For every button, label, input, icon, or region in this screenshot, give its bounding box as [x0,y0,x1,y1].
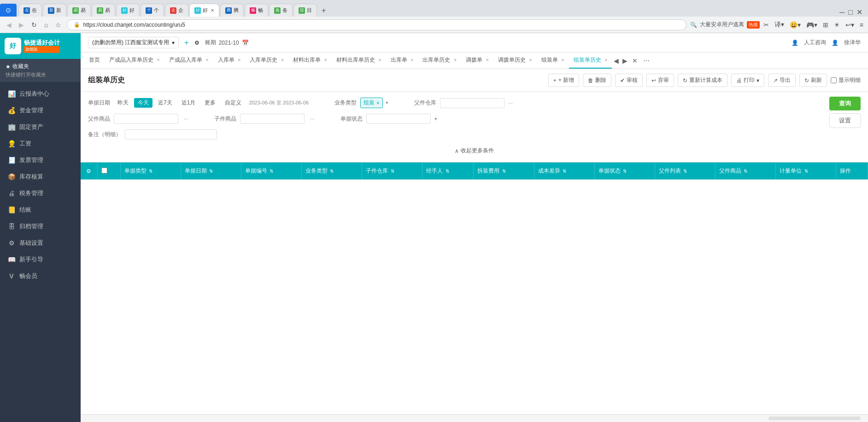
sidebar-item-assets[interactable]: 🏢 固定资产 [0,119,81,135]
sidebar-item-tax[interactable]: 🖨 税务管理 [0,185,81,202]
tab-produce-in[interactable]: 产成品入库单 × [164,52,213,69]
col-bill-no[interactable]: 单据编号 ⇅ [241,162,302,179]
tab-close-8[interactable]: ✕ [211,8,214,13]
tab-out-order[interactable]: 出库单 × [386,52,418,69]
refresh-button[interactable]: ↻ [29,20,39,29]
tab-5[interactable]: 好 好 [116,4,140,17]
home-button[interactable]: ⌂ [42,20,50,29]
col-checkbox[interactable] [97,162,120,179]
tab-close[interactable]: × [454,57,457,63]
collapse-filter-button[interactable]: ∧ 收起更多条件 [453,145,496,156]
parent-warehouse-input[interactable] [440,98,504,108]
tab-close[interactable]: × [281,57,284,63]
undo-icon[interactable]: ↩▾ [845,21,854,29]
child-product-dots[interactable]: ··· [310,116,315,122]
col-settings[interactable]: ⚙ [81,162,97,179]
company-selector[interactable]: (勿删勿禁用) 江西服宝测试专用 ▾ [88,37,179,48]
support-label[interactable]: 人工咨询 [804,39,826,46]
filter-settings-button[interactable]: 设置 [829,113,861,128]
sidebar-item-settings[interactable]: ⚙ 基础设置 [0,235,81,251]
sidebar-item-inventory[interactable]: 📦 库存核算 [0,168,81,185]
tab-close-active[interactable]: × [604,57,607,63]
tab-9[interactable]: 腾 腾 [220,4,244,17]
query-button[interactable]: 查询 [829,97,861,110]
col-disassembly-fee[interactable]: 拆装费用 ⇅ [474,162,534,179]
tab-10[interactable]: 畅 畅 [245,4,268,17]
back-button[interactable]: ◀ [5,20,13,29]
sidebar-item-checkout[interactable]: 📒 结账 [0,202,81,218]
add-company-button[interactable]: + [184,39,188,47]
parent-warehouse-more-icon[interactable]: ··· [508,100,513,106]
tab-4[interactable]: 易 易 [92,4,115,17]
tab-scroll-right[interactable]: ▶ [621,57,629,64]
more-btn[interactable]: 更多 [201,98,219,108]
print-button[interactable]: 🖨 打印 ▾ [731,74,764,87]
col-business-type[interactable]: 业务类型 ⇅ [302,162,362,179]
tab-in-history[interactable]: 入库单历史 × [245,52,288,69]
abandon-button[interactable]: ↩ 弃审 [646,74,674,87]
sidebar-item-salary[interactable]: 👷 工资 [0,135,81,152]
sidebar-item-reports[interactable]: 📊 云报表中心 [0,86,81,102]
url-box[interactable]: 🔒 https://cloud.chanjet.com/accounting/u… [67,19,686,30]
col-parent-product[interactable]: 父件商品 ⇅ [716,162,776,179]
tab-2[interactable]: 新 新 [43,4,66,17]
sidebar-item-invoice[interactable]: 🧾 发票管理 [0,152,81,168]
col-child-warehouse[interactable]: 子件仓库 ⇅ [362,162,422,179]
parent-product-input[interactable] [114,114,178,124]
sidebar-favorites[interactable]: ★ 收藏夹 快捷键打开收藏夹 [0,59,81,82]
tab-1[interactable]: 在 在 [18,4,42,17]
sun-icon[interactable]: ☀ [834,21,840,29]
tab-material-out[interactable]: 材料出库单 × [288,52,332,69]
tab-close[interactable]: × [486,57,489,63]
translate-icon[interactable]: 译▾ [774,21,784,29]
today-btn[interactable]: 今天 [134,98,152,108]
sidebar-item-archive[interactable]: 🗄 归档管理 [0,218,81,235]
user-name[interactable]: 徐泽华 [844,39,861,46]
yesterday-btn[interactable]: 昨天 [114,98,132,108]
maximize-button[interactable]: □ [848,8,853,17]
sidebar-item-member[interactable]: V 畅会员 [0,268,81,284]
tab-close-all[interactable]: ✕ [629,57,640,64]
business-type-dropdown[interactable]: ▾ [386,100,388,106]
grid-icon[interactable]: ⊞ [823,21,828,29]
tab-close[interactable]: × [411,57,413,63]
tab-6[interactable]: 个 个 [141,4,164,17]
col-unit[interactable]: 计量单位 ⇅ [776,162,836,179]
close-window-button[interactable]: ✕ [856,8,862,17]
company-settings-icon[interactable]: ⚙ [194,40,199,46]
tab-settings[interactable]: ⋯ [640,57,652,64]
col-parent-list[interactable]: 父件列表 ⇅ [655,162,715,179]
sidebar-item-guide[interactable]: 📖 新手引导 [0,251,81,268]
tab-8[interactable]: 好 好 ✕ [189,4,219,17]
game-icon[interactable]: 🎮▾ [806,21,817,29]
child-product-input[interactable] [240,114,305,124]
col-handler[interactable]: 经手人 ⇅ [422,162,474,179]
minimize-button[interactable]: ─ [839,8,845,17]
tab-transfer-history[interactable]: 调拨单历史 × [493,52,537,69]
col-bill-type[interactable]: 单据类型 ⇅ [120,162,181,179]
export-button[interactable]: ↗ 导出 [768,74,796,87]
display-detail-checkbox[interactable] [831,77,837,83]
tab-in-order[interactable]: 入库单 × [213,52,246,69]
tab-home[interactable]: 首页 [84,52,105,69]
tab-close[interactable]: × [238,57,240,63]
delete-button[interactable]: 🗑 删除 [583,74,611,87]
horizontal-scrollbar[interactable] [768,416,861,420]
1month-btn[interactable]: 近1月 [178,98,199,108]
audit-button[interactable]: ✔ 审核 [615,74,643,87]
tab-produce-in-history[interactable]: 产成品入库单历史 × [105,52,164,69]
calendar-icon[interactable]: 📅 [242,40,249,46]
bookmark-button[interactable]: ☆ [53,20,63,29]
bill-status-dropdown[interactable]: ▾ [434,116,437,122]
cut-icon[interactable]: ✂ [763,21,769,29]
tab-assembly-history[interactable]: 组装单历史 × [569,52,612,69]
tab-close[interactable]: × [157,57,159,63]
col-bill-date[interactable]: 单据日期 ⇅ [181,162,241,179]
new-button[interactable]: + + 新增 [548,74,579,87]
tab-close[interactable]: × [561,57,564,63]
tab-12[interactable]: 目 目 [293,4,317,17]
tab-close[interactable]: × [529,57,532,63]
tab-close[interactable]: × [205,57,208,63]
7days-btn[interactable]: 近7天 [154,98,176,108]
tag-close-icon[interactable]: × [376,100,380,106]
